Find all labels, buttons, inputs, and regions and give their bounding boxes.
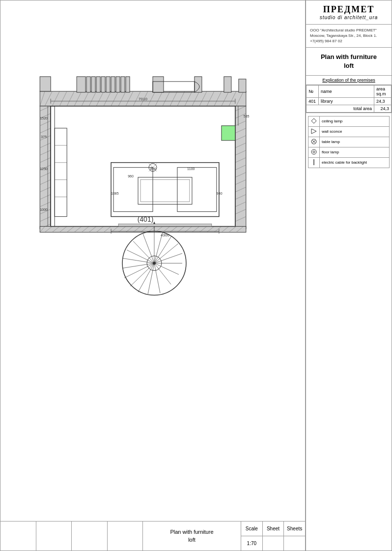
wall-sconce-icon <box>308 126 320 137</box>
svg-rect-141 <box>118 224 212 227</box>
footer-scale-label: Scale <box>241 522 263 536</box>
company-line3: +7(495) 984 87 02 <box>310 38 388 44</box>
svg-marker-174 <box>311 118 316 123</box>
svg-text:1085: 1085 <box>111 192 119 195</box>
svg-text:(401): (401) <box>138 215 154 223</box>
svg-rect-36 <box>106 77 110 92</box>
svg-rect-43 <box>224 77 231 92</box>
table-lamp-icon <box>308 137 320 147</box>
logo-subtitle: studio di architett_ura <box>311 15 387 20</box>
wall-sconce-label: wall sconce <box>320 126 390 137</box>
svg-point-179 <box>311 149 316 154</box>
page: 7010 4300 1520 375 1250 1000 535 <box>0 0 392 551</box>
electric-cable-icon <box>308 157 320 168</box>
svg-rect-40 <box>126 77 130 92</box>
legend-table: ceiling lamp wall sconce <box>308 116 390 168</box>
right-panel: ПРЕДМЕТ studio di architett_ura ООО "Arc… <box>306 0 392 551</box>
floor-plan-svg: 7010 4300 1520 375 1250 1000 535 <box>0 0 305 521</box>
plan-title-section: Plan with furniture loft <box>306 48 392 76</box>
svg-rect-39 <box>121 77 125 92</box>
company-info: ООО "Architectural studio PREDMET" Mosco… <box>306 25 392 48</box>
footer-values-row: 1:70 <box>241 536 305 551</box>
ceiling-lamp-label: ceiling lamp <box>320 116 390 126</box>
legend-row-table: table lamp <box>308 137 390 147</box>
svg-rect-33 <box>91 77 95 92</box>
explication-title: Explication of the premises <box>306 76 392 85</box>
ceiling-lamp-icon <box>308 116 320 126</box>
room-area-401: 24,3 <box>374 97 392 105</box>
footer-scale-row: Scale Sheet Sheets <box>241 522 305 536</box>
footer-right-panel: Scale Sheet Sheets 1:70 <box>241 522 305 551</box>
floor-lamp-label: floor lamp <box>320 147 390 157</box>
company-line1: ООО "Architectural studio PREDMET" <box>310 28 388 33</box>
explication-total-row: total area 24,3 <box>307 105 392 112</box>
legend-row-cable: electric cable for backlight <box>308 157 390 168</box>
explication-section: Explication of the premises № name area … <box>306 76 392 113</box>
legend-row-wall: wall sconce <box>308 126 390 137</box>
explication-table: № name area sq.m 401 library 24,3 total … <box>306 85 392 113</box>
explication-header-row: № name area sq.m <box>307 85 392 97</box>
legend-row-floor: floor lamp <box>308 147 390 157</box>
table-lamp-label: table lamp <box>320 137 390 147</box>
total-label: total area <box>307 105 374 112</box>
svg-rect-44 <box>239 79 246 92</box>
footer-plan-subtitle: loft <box>170 536 213 544</box>
svg-text:940: 940 <box>217 192 223 195</box>
svg-rect-32 <box>86 77 90 92</box>
svg-text:1250: 1250 <box>40 167 48 171</box>
svg-text:4300: 4300 <box>161 233 169 237</box>
legend-row-ceiling: ceiling lamp <box>308 116 390 126</box>
explication-row-401: 401 library 24,3 <box>307 97 392 105</box>
col-name: name <box>319 85 374 97</box>
footer-scale-value: 1:70 <box>241 536 263 551</box>
svg-marker-175 <box>311 129 316 134</box>
footer-plan-title: Plan with furniture <box>170 528 213 536</box>
room-name-library: library <box>319 97 374 105</box>
electric-cable-label: electric cable for backlight <box>320 157 390 168</box>
logo-title: ПРЕДМЕТ <box>311 4 387 15</box>
svg-point-133 <box>153 261 156 264</box>
svg-text:650: 650 <box>150 167 156 171</box>
plan-main-title: Plan with furniture <box>310 53 388 61</box>
svg-text:1000: 1000 <box>40 208 48 211</box>
room-num-401: 401 <box>307 97 319 105</box>
legend-section: ceiling lamp wall sconce <box>306 113 392 551</box>
plan-subtitle: loft <box>310 61 388 70</box>
svg-text:1100: 1100 <box>187 167 195 171</box>
svg-rect-37 <box>111 77 115 92</box>
svg-rect-34 <box>96 77 100 92</box>
col-area: area sq.m <box>374 85 392 97</box>
footer-sheet-label: Sheet <box>263 522 284 536</box>
footer-sheet-value <box>263 536 284 551</box>
svg-rect-30 <box>40 77 51 91</box>
svg-rect-38 <box>116 77 120 92</box>
floor-lamp-icon <box>308 147 320 157</box>
main-drawing-area: 7010 4300 1520 375 1250 1000 535 <box>0 0 306 551</box>
svg-text:375: 375 <box>41 135 47 139</box>
total-value: 24,3 <box>374 105 392 112</box>
company-line2: Moscow, Taganskaya Str., 24, Block 1. <box>310 33 388 38</box>
col-number: № <box>307 85 319 97</box>
floor-plan-area: 7010 4300 1520 375 1250 1000 535 <box>0 0 305 521</box>
footer-strip: Plan with furniture loft Scale Sheet She… <box>0 521 305 551</box>
logo-section: ПРЕДМЕТ studio di architett_ura <box>306 0 392 25</box>
svg-point-180 <box>313 151 315 153</box>
svg-text:535: 535 <box>244 115 250 118</box>
footer-center-title: Plan with furniture loft <box>143 522 241 551</box>
svg-rect-35 <box>101 77 105 92</box>
footer-sheets-value <box>284 536 305 551</box>
svg-rect-42 <box>195 77 202 92</box>
svg-text:7010: 7010 <box>139 97 147 101</box>
svg-text:1520: 1520 <box>40 116 48 120</box>
svg-rect-31 <box>77 77 85 92</box>
footer-sheets-label: Sheets <box>284 522 305 536</box>
svg-text:960: 960 <box>128 174 134 178</box>
svg-rect-41 <box>153 77 164 92</box>
footer-left-cells <box>0 522 143 551</box>
svg-rect-112 <box>222 126 235 141</box>
